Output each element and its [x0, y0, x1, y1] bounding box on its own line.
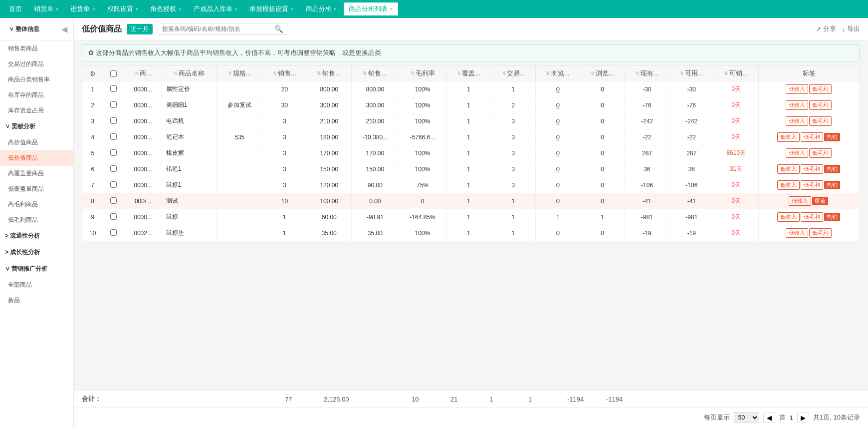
close-icon[interactable]: × [178, 6, 181, 12]
select-all-checkbox[interactable] [110, 70, 117, 77]
col-settings[interactable]: ⚙ [82, 66, 103, 81]
col-sale-qty[interactable]: ⇅ 销售... [262, 66, 307, 81]
share-button[interactable]: ↗ 分享 [816, 24, 836, 33]
cell-browse1[interactable]: 0 [536, 145, 580, 161]
col-spec[interactable]: ⇅ 规格... [217, 66, 262, 81]
sidebar-item-high-coverage[interactable]: 高覆盖量商品 [0, 166, 73, 181]
cell-checkbox[interactable] [103, 209, 124, 225]
next-page-button[interactable]: ▶ [797, 413, 809, 423]
cell-browse2: 0 [580, 81, 625, 97]
close-icon[interactable]: × [234, 6, 237, 12]
export-button[interactable]: ↓ 导出 [842, 24, 861, 33]
cell-checkbox[interactable] [103, 145, 124, 161]
sidebar-item-all-products[interactable]: 全部商品 [0, 277, 73, 293]
nav-product-inbound[interactable]: 产成品入库单 × [189, 2, 242, 15]
close-icon[interactable]: × [55, 6, 58, 12]
cell-browse1[interactable]: 0 [536, 97, 580, 113]
cell-checkbox[interactable] [103, 161, 124, 177]
sidebar-item-new-products[interactable]: 新品 [0, 293, 73, 308]
sidebar-item-inventory-capital[interactable]: 库存资金占用 [0, 103, 73, 118]
sidebar-group-contribution[interactable]: ∨ 贡献分析 [0, 118, 73, 135]
row-checkbox[interactable] [110, 149, 117, 156]
col-sale-amount[interactable]: ⇅ 销售... [307, 66, 351, 81]
sidebar-group-growth[interactable]: > 成长性分析 [0, 244, 73, 261]
sidebar-item-stocked-products[interactable]: 有库存的商品 [0, 87, 73, 103]
close-icon[interactable]: × [92, 6, 95, 12]
nav-role-auth[interactable]: 角色授权 × [145, 2, 186, 15]
cell-tags: 低收入低毛利 [758, 113, 860, 129]
cell-checkbox[interactable] [103, 97, 124, 113]
cell-browse1[interactable]: 0 [536, 81, 580, 97]
col-name[interactable]: ⇅ 商品名称 [162, 66, 217, 81]
cell-checkbox[interactable] [103, 177, 124, 193]
cell-browse1[interactable]: 0 [536, 161, 580, 177]
row-checkbox[interactable] [110, 101, 117, 108]
col-margin[interactable]: ⇅ 毛利率 [399, 66, 446, 81]
period-badge[interactable]: 近一月 [127, 24, 153, 34]
cell-browse1[interactable]: 0 [536, 225, 580, 241]
row-checkbox[interactable] [110, 229, 117, 236]
nav-product-analysis[interactable]: 商品分析 × [301, 2, 342, 15]
sidebar-item-sales-products[interactable]: 销售类商品 [0, 41, 73, 56]
sidebar-collapse-btn[interactable]: ◀ [59, 24, 69, 34]
sidebar-item-low-coverage[interactable]: 低覆盖量商品 [0, 181, 73, 197]
row-checkbox[interactable] [110, 165, 117, 172]
cell-browse1[interactable]: 0 [536, 129, 580, 145]
col-coverage[interactable]: ⇅ 覆盖... [446, 66, 491, 81]
sidebar-group-marketing[interactable]: ∨ 营销推广分析 [0, 261, 73, 277]
close-icon[interactable]: × [290, 6, 293, 12]
col-code[interactable]: ⇅ 商... [124, 66, 162, 81]
sidebar-item-traded-products[interactable]: 交易过的商品 [0, 56, 73, 72]
col-checkbox[interactable] [103, 66, 124, 81]
sidebar-group-overall[interactable]: ∨ 整体信息 [4, 21, 44, 37]
cell-checkbox[interactable] [103, 113, 124, 129]
cell-browse1[interactable]: 0 [536, 177, 580, 193]
close-icon[interactable]: × [334, 6, 337, 12]
cell-checkbox[interactable] [103, 193, 124, 209]
cell-browse1[interactable]: 0 [536, 193, 580, 209]
col-browse2[interactable]: ⇅ 浏览... [580, 66, 625, 81]
cell-checkbox[interactable] [103, 129, 124, 145]
nav-sales-order[interactable]: 销货单 × [29, 2, 63, 15]
cell-qty: 1 [262, 209, 307, 225]
col-avail[interactable]: ⇅ 可用... [669, 66, 714, 81]
cell-checkbox[interactable] [103, 225, 124, 241]
row-checkbox[interactable] [110, 85, 117, 92]
nav-purchase-order[interactable]: 进货单 × [65, 2, 100, 15]
table-container[interactable]: ⚙ ⇅ 商... ⇅ 商品名称 ⇅ 规格... ⇅ 销售... ⇅ 销售... … [82, 65, 860, 390]
close-icon[interactable]: × [390, 6, 393, 12]
current-page: 1 [790, 414, 793, 422]
cell-name: 属性定价 [162, 81, 217, 97]
sidebar-item-low-value[interactable]: 低价值商品 [0, 150, 73, 166]
col-stock[interactable]: ⇅ 现有... [625, 66, 669, 81]
row-checkbox[interactable] [110, 213, 117, 220]
close-icon[interactable]: × [135, 6, 138, 12]
col-trade[interactable]: ⇅ 交易... [491, 66, 535, 81]
col-sellable[interactable]: ⇅ 可销... [714, 66, 758, 81]
nav-home[interactable]: 首页 [4, 2, 27, 15]
row-checkbox[interactable] [110, 197, 117, 204]
row-checkbox[interactable] [110, 133, 117, 140]
search-input[interactable] [162, 25, 272, 32]
row-checkbox[interactable] [110, 181, 117, 188]
nav-product-analysis-list[interactable]: 商品分析列表 × [344, 2, 398, 15]
nav-template-settings[interactable]: 单据模板设置 × [244, 2, 298, 15]
tag: 热销 [824, 165, 840, 173]
col-browse1[interactable]: ⇅ 浏览... [536, 66, 580, 81]
cell-browse1[interactable]: 1 [536, 209, 580, 225]
col-sale-profit[interactable]: ⇅ 销售... [351, 66, 399, 81]
sidebar-group-circulation[interactable]: > 流通性分析 [0, 228, 73, 244]
row-checkbox[interactable] [110, 117, 117, 124]
nav-permission-settings[interactable]: 权限设置 × [102, 2, 143, 15]
cell-checkbox[interactable] [103, 81, 124, 97]
sidebar-item-high-margin[interactable]: 高毛利商品 [0, 197, 73, 212]
sidebar-item-low-margin[interactable]: 低毛利商品 [0, 212, 73, 228]
cell-browse1[interactable]: 0 [536, 113, 580, 129]
sidebar-item-high-value[interactable]: 高价值商品 [0, 135, 73, 150]
col-tags: 标签 [758, 66, 860, 81]
cell-qty: 30 [262, 97, 307, 113]
sidebar-item-category-sales-rate[interactable]: 商品分类销售率 [0, 72, 73, 87]
per-page-select[interactable]: 50 100 [734, 412, 759, 423]
first-page-button[interactable]: ◀ [763, 413, 775, 423]
search-icon[interactable]: 🔍 [274, 25, 283, 33]
